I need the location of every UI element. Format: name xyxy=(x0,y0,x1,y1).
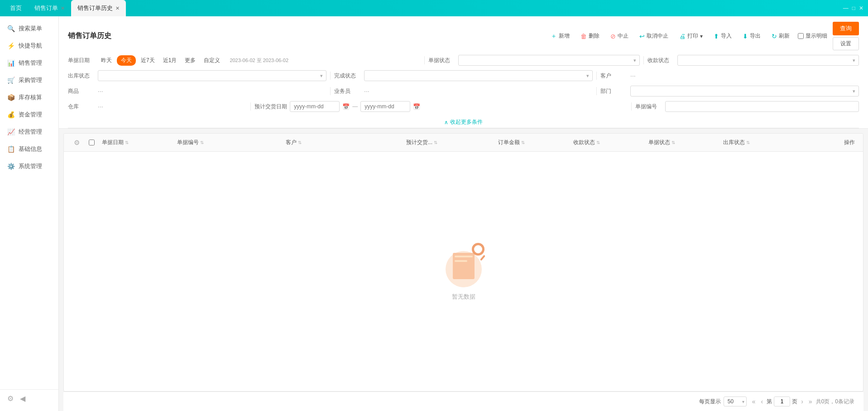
col-delivery-sort: ⇅ xyxy=(434,140,437,145)
sidebar-bottom: ⚙ ◀ xyxy=(0,389,58,407)
pagination-footer: 每页显示 50 10 20 100 « ‹ 第 页 › » 共0页 xyxy=(63,392,863,411)
last-page-btn[interactable]: » xyxy=(807,397,814,406)
warehouse-status-label: 出库状态 xyxy=(68,72,95,80)
prev-page-btn[interactable]: ‹ xyxy=(759,397,765,406)
export-button[interactable]: ⬇ 导出 xyxy=(740,30,763,42)
col-bill-status[interactable]: 单据状态 ⇅ xyxy=(645,139,720,146)
col-warehouse-sort: ⇅ xyxy=(746,140,750,145)
delivery-date-start[interactable] xyxy=(290,101,340,112)
col-customer-sort: ⇅ xyxy=(298,140,302,145)
first-page-btn[interactable]: « xyxy=(750,397,758,406)
col-number[interactable]: 单据编号 ⇅ xyxy=(173,139,283,146)
date-1month-btn[interactable]: 近1月 xyxy=(160,55,180,66)
warehouse-ellipsis[interactable]: ··· xyxy=(98,103,103,110)
date-custom-btn[interactable]: 自定义 xyxy=(201,55,223,66)
sys-mgmt-icon: ⚙️ xyxy=(7,163,15,170)
complete-status-select[interactable] xyxy=(364,70,593,81)
tab-sales-order-history-label: 销售订单历史 xyxy=(77,4,113,12)
maximize-btn[interactable]: □ xyxy=(852,5,855,11)
sidebar-item-sales-mgmt[interactable]: 📊 销售管理 xyxy=(0,54,58,72)
date-today-btn[interactable]: 今天 xyxy=(117,55,136,66)
display-detail-toggle[interactable]: 显示明细 xyxy=(798,32,827,40)
delivery-date-end[interactable] xyxy=(360,101,410,112)
print-button[interactable]: 🖨 打印 ▾ xyxy=(676,30,705,42)
tab-sales-order-close[interactable]: ✕ xyxy=(61,5,65,11)
cal-start-icon[interactable]: 📅 xyxy=(342,103,350,110)
sidebar: 🔍 搜索菜单 ⚡ 快捷导航 📊 销售管理 🛒 采购管理 📦 库存核算 💰 资金管… xyxy=(0,16,59,411)
sidebar-item-basic-info[interactable]: 📋 基础信息 xyxy=(0,140,58,158)
query-button[interactable]: 查询 xyxy=(833,22,859,35)
dept-label: 部门 xyxy=(600,87,628,95)
cal-end-icon[interactable]: 📅 xyxy=(413,103,420,110)
date-more-btn[interactable]: 更多 xyxy=(182,55,199,66)
divider-3 xyxy=(330,72,331,80)
per-page-select[interactable]: 50 10 20 100 xyxy=(724,396,747,406)
fund-mgmt-icon: 💰 xyxy=(7,111,15,118)
date-7days-btn[interactable]: 近7天 xyxy=(138,55,158,66)
salesman-ellipsis[interactable]: ··· xyxy=(364,87,369,95)
import-icon: ⬆ xyxy=(714,33,719,40)
filter-warehouse: 仓库 ··· xyxy=(68,103,247,111)
filter-row-3: 商品 ··· 业务员 ··· 部门 xyxy=(68,86,859,97)
filter-customer: 客户 ··· xyxy=(600,72,859,80)
sidebar-settings-icon[interactable]: ⚙ xyxy=(7,394,14,403)
bill-no-input[interactable] xyxy=(665,101,859,112)
col-delivery[interactable]: 预计交货... ⇅ xyxy=(403,139,494,146)
sidebar-item-sys-mgmt[interactable]: ⚙️ 系统管理 xyxy=(0,158,58,175)
pagination: « ‹ 第 页 › » 共0页，0条记录 xyxy=(750,396,854,406)
delete-button[interactable]: 🗑 删除 xyxy=(578,30,602,42)
col-payment-status[interactable]: 收款状态 ⇅ xyxy=(570,139,645,146)
customer-label: 客户 xyxy=(600,72,628,80)
cancel-stop-button[interactable]: ↩ 取消中止 xyxy=(637,30,671,42)
tab-home[interactable]: 首页 xyxy=(4,0,28,16)
warehouse-status-wrapper xyxy=(98,70,326,81)
close-btn[interactable]: ✕ xyxy=(859,5,863,11)
sidebar-item-search-menu[interactable]: 🔍 搜索菜单 xyxy=(0,20,58,37)
dept-select[interactable] xyxy=(630,86,859,97)
sidebar-item-quick-nav[interactable]: ⚡ 快捷导航 xyxy=(0,37,58,54)
sales-mgmt-icon: 📊 xyxy=(7,59,15,67)
divider-7 xyxy=(250,102,251,111)
sidebar-item-operation-mgmt[interactable]: 📈 经营管理 xyxy=(0,123,58,140)
collapse-filter-row[interactable]: ∧ 收起更多条件 xyxy=(68,116,859,128)
stop-button[interactable]: ⊘ 中止 xyxy=(608,30,631,42)
sidebar-item-fund-mgmt[interactable]: 💰 资金管理 xyxy=(0,106,58,123)
display-detail-label: 显示明细 xyxy=(806,32,827,40)
tab-sales-order-history-close[interactable]: ✕ xyxy=(115,5,120,11)
empty-magnifier-circle xyxy=(472,243,484,256)
col-amount[interactable]: 订单金额 ⇅ xyxy=(494,139,570,146)
col-customer[interactable]: 客户 ⇅ xyxy=(282,139,403,146)
select-all-checkbox[interactable] xyxy=(89,140,95,145)
sidebar-collapse-icon[interactable]: ◀ xyxy=(20,394,25,403)
tab-sales-order[interactable]: 销售订单 ✕ xyxy=(28,0,71,16)
page-number-input[interactable] xyxy=(774,396,790,406)
date-range-separator: — xyxy=(352,103,358,110)
refresh-button[interactable]: ↻ 刷新 xyxy=(769,30,792,42)
print-label: 打印 xyxy=(687,32,698,40)
divider-5 xyxy=(330,87,331,95)
setting-button[interactable]: 设置 xyxy=(833,37,859,50)
print-dropdown-icon[interactable]: ▾ xyxy=(700,33,703,39)
col-date-sort: ⇅ xyxy=(125,140,129,145)
new-button[interactable]: ＋ 新增 xyxy=(548,30,572,42)
warehouse-status-select[interactable] xyxy=(98,70,326,81)
table-settings-icon[interactable]: ⚙ xyxy=(68,139,85,147)
table-select-all[interactable] xyxy=(85,140,98,145)
payment-status-select[interactable] xyxy=(677,55,859,66)
date-yesterday-btn[interactable]: 昨天 xyxy=(98,55,115,66)
minimize-btn[interactable]: — xyxy=(843,5,849,11)
bill-status-select[interactable] xyxy=(458,55,640,66)
import-label: 导入 xyxy=(721,32,732,40)
tab-sales-order-history[interactable]: 销售订单历史 ✕ xyxy=(71,0,126,16)
sidebar-item-purchase-mgmt[interactable]: 🛒 采购管理 xyxy=(0,72,58,89)
col-date[interactable]: 单据日期 ⇅ xyxy=(98,139,173,146)
empty-doc xyxy=(453,253,475,279)
col-warehouse-status[interactable]: 出库状态 ⇅ xyxy=(719,139,795,146)
customer-ellipsis[interactable]: ··· xyxy=(630,72,636,79)
next-page-btn[interactable]: › xyxy=(799,397,805,406)
sidebar-item-stock-calc-label: 库存核算 xyxy=(19,93,42,102)
display-detail-checkbox[interactable] xyxy=(798,33,804,39)
import-button[interactable]: ⬆ 导入 xyxy=(711,30,734,42)
goods-ellipsis[interactable]: ··· xyxy=(98,87,103,95)
sidebar-item-stock-calc[interactable]: 📦 库存核算 xyxy=(0,89,58,106)
